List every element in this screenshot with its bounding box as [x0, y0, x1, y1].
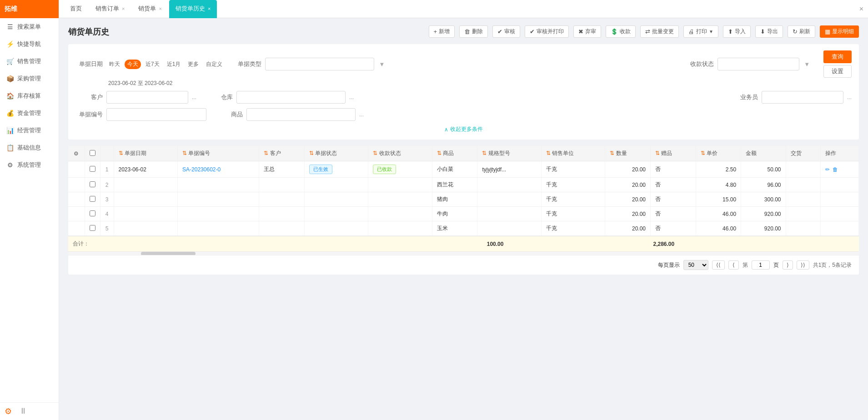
add-button[interactable]: + 新增	[429, 25, 455, 38]
page-first-button[interactable]: ⟨⟨	[712, 260, 725, 270]
th-goods[interactable]: ⇅ 商品	[432, 146, 477, 161]
row-checkbox[interactable]	[90, 210, 95, 216]
horizontal-scrollbar[interactable]	[68, 251, 859, 255]
tab-sales-history-close[interactable]: ×	[208, 6, 211, 11]
total-info: 共1页，5条记录	[813, 261, 852, 269]
th-spec[interactable]: ⇅ 规格型号	[477, 146, 542, 161]
tab-sales-order[interactable]: 销售订单 ×	[89, 0, 131, 18]
th-customer[interactable]: ⇅ 客户	[259, 146, 305, 161]
payment-status-dropdown-icon[interactable]: ▼	[804, 61, 810, 68]
doc-no-input[interactable]	[106, 108, 206, 121]
page-number-input[interactable]	[752, 260, 770, 270]
delete-button[interactable]: 🗑 删除	[459, 25, 488, 38]
doc-no-label: 单据编号	[75, 110, 103, 119]
cell-gear	[68, 161, 85, 178]
sidebar-item-basic-info[interactable]: 📋 基础信息	[0, 139, 59, 156]
sidebar-item-ops-mgmt[interactable]: 📊 经营管理	[0, 122, 59, 139]
tab-sales-history[interactable]: 销货单历史 ×	[169, 0, 217, 18]
sidebar-item-system-mgmt[interactable]: ⚙ 系统管理	[0, 156, 59, 174]
show-detail-button[interactable]: ▦ 显示明细	[820, 25, 859, 38]
row-checkbox[interactable]	[90, 181, 95, 187]
th-gift[interactable]: ⇅ 赠品	[651, 146, 696, 161]
batch-change-button[interactable]: ⇄ 批量变更	[640, 25, 679, 38]
footer-values: 100.00 2,286.00	[100, 241, 854, 247]
cell-check[interactable]	[85, 161, 100, 178]
abandon-button[interactable]: ✖ 弃审	[573, 25, 601, 38]
customer-input[interactable]	[106, 91, 188, 104]
cell-doc-no[interactable]: SA-20230602-0	[178, 161, 259, 178]
th-date[interactable]: ⇅ 单据日期	[114, 146, 178, 161]
row-checkbox[interactable]	[90, 166, 95, 172]
th-trade: 交货	[786, 146, 821, 161]
add-icon: +	[434, 28, 437, 35]
date-custom[interactable]: 自定义	[203, 60, 225, 69]
salesperson-ellipsis[interactable]: ...	[847, 94, 852, 100]
th-doc-status[interactable]: ⇅ 单据状态	[304, 146, 368, 161]
settings-button[interactable]: 设置	[823, 65, 852, 78]
sidebar-item-inventory[interactable]: 🏠 库存核算	[0, 87, 59, 105]
refresh-button[interactable]: ↻ 刷新	[788, 25, 815, 38]
th-qty[interactable]: ⇅ 数量	[605, 146, 651, 161]
edit-action[interactable]: ✏	[825, 166, 830, 173]
th-price[interactable]: ⇅ 单价	[696, 146, 741, 161]
row-checkbox[interactable]	[90, 225, 95, 231]
import-button[interactable]: ⬆ 导入	[723, 25, 751, 38]
th-doc-no[interactable]: ⇅ 单据编号	[178, 146, 259, 161]
cell-spec: tyjyjtyjdf...	[477, 161, 542, 178]
pause-icon[interactable]: ⏸	[19, 406, 27, 416]
row-checkbox[interactable]	[90, 196, 95, 202]
export-button[interactable]: ⬇ 导出	[755, 25, 783, 38]
page-prev-button[interactable]: ⟨	[728, 260, 739, 270]
payment-status-input[interactable]	[717, 58, 799, 70]
sidebar-item-label: 销售管理	[17, 57, 41, 65]
cell-check[interactable]	[85, 207, 100, 221]
page-next-button[interactable]: ⟩	[783, 260, 793, 270]
tab-sales-order-close[interactable]: ×	[122, 6, 125, 11]
th-gear[interactable]: ⚙	[68, 146, 85, 161]
collapse-button[interactable]: ∧ 收起更多条件	[75, 125, 852, 133]
select-all-checkbox[interactable]	[90, 150, 95, 156]
date-more[interactable]: 更多	[185, 60, 201, 69]
cell-doc-status	[304, 192, 368, 207]
th-pay-status[interactable]: ⇅ 收款状态	[368, 146, 432, 161]
footer-total-amount: 2,286.00	[607, 241, 720, 247]
cell-goods: 西兰花	[432, 178, 477, 192]
sidebar-item-purchase-mgmt[interactable]: 📦 采购管理	[0, 70, 59, 87]
doc-type-dropdown-icon[interactable]: ▼	[379, 61, 385, 68]
goods-input[interactable]	[246, 108, 356, 121]
cell-check[interactable]	[85, 192, 100, 207]
query-button[interactable]: 查询	[823, 50, 852, 63]
date-yesterday[interactable]: 昨天	[106, 60, 123, 69]
page-size-select[interactable]: 10 20 50 100	[683, 260, 708, 270]
delete-action[interactable]: 🗑	[833, 166, 838, 173]
customer-ellipsis[interactable]: ...	[192, 94, 196, 100]
cell-check[interactable]	[85, 221, 100, 236]
th-unit[interactable]: ⇅ 销售单位	[541, 146, 605, 161]
collect-button[interactable]: 💲 收款	[606, 25, 636, 38]
sidebar-item-sales-mgmt[interactable]: 🛒 销售管理	[0, 53, 59, 70]
th-check[interactable]	[85, 146, 100, 161]
audit-button[interactable]: ✔ 审核	[492, 25, 520, 38]
warehouse-input[interactable]	[236, 91, 346, 104]
table-row: 3 猪肉 千克 20.00 否 15.00 300.00	[68, 192, 859, 207]
warehouse-ellipsis[interactable]: ...	[349, 94, 354, 100]
sidebar-item-quick-nav[interactable]: ⚡ 快捷导航	[0, 35, 59, 53]
cell-check[interactable]	[85, 178, 100, 192]
goods-ellipsis[interactable]: ...	[359, 111, 364, 118]
cell-price: 2.50	[696, 161, 741, 178]
date-last7days[interactable]: 近7天	[143, 60, 162, 69]
tab-bar-close-button[interactable]: ×	[859, 5, 863, 13]
audit-print-button[interactable]: ✔ 审核并打印	[525, 25, 569, 38]
tab-home[interactable]: 首页	[64, 0, 88, 18]
tab-sales-delivery-close[interactable]: ×	[159, 6, 161, 11]
settings-icon[interactable]: ⚙	[5, 406, 12, 416]
date-today[interactable]: 今天	[125, 60, 141, 69]
doc-type-input[interactable]	[265, 58, 374, 70]
tab-sales-delivery[interactable]: 销货单 ×	[132, 0, 168, 18]
date-last1month[interactable]: 近1月	[164, 60, 184, 69]
salesperson-input[interactable]	[762, 91, 843, 104]
sidebar-item-search-menu[interactable]: ☰ 搜索菜单	[0, 18, 59, 35]
sidebar-item-finance-mgmt[interactable]: 💰 资金管理	[0, 105, 59, 122]
page-last-button[interactable]: ⟩⟩	[797, 260, 809, 270]
print-button[interactable]: 🖨 打印 ▼	[683, 25, 718, 38]
